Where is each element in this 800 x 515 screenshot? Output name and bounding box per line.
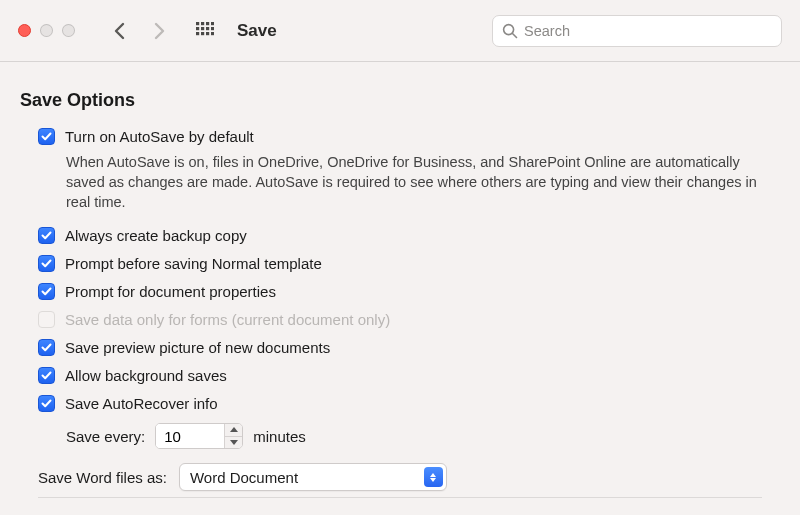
autorecover-row: Save AutoRecover info [38,394,780,413]
show-all-button[interactable] [191,17,219,45]
normal-template-label: Prompt before saving Normal template [65,254,322,273]
backup-label: Always create backup copy [65,226,247,245]
autosave-checkbox[interactable] [38,128,55,145]
autorecover-label: Save AutoRecover info [65,394,218,413]
svg-rect-2 [206,22,209,25]
save-every-label: Save every: [66,428,145,445]
save-as-value: Word Document [190,469,298,486]
autosave-label: Turn on AutoSave by default [65,127,254,146]
interval-unit: minutes [253,428,306,445]
save-as-label: Save Word files as: [38,469,167,486]
background-saves-checkbox[interactable] [38,367,55,384]
chevron-right-icon [154,22,165,40]
normal-template-row: Prompt before saving Normal template [38,254,780,273]
preview-picture-checkbox[interactable] [38,339,55,356]
doc-properties-checkbox[interactable] [38,283,55,300]
close-button[interactable] [18,24,31,37]
popup-arrows-icon [424,467,443,487]
window-controls [18,24,75,37]
stepper-down[interactable] [225,437,242,449]
backup-checkbox[interactable] [38,227,55,244]
forward-button[interactable] [145,17,173,45]
checkmark-icon [41,370,52,381]
interval-input[interactable] [156,424,224,448]
svg-rect-1 [201,22,204,25]
back-button[interactable] [105,17,133,45]
svg-rect-4 [196,27,199,30]
autorecover-checkbox[interactable] [38,395,55,412]
forms-only-label: Save data only for forms (current docume… [65,310,390,329]
checkmark-icon [41,342,52,353]
svg-rect-8 [196,32,199,35]
svg-rect-10 [206,32,209,35]
svg-rect-3 [211,22,214,25]
svg-rect-9 [201,32,204,35]
caret-up-icon [230,427,238,432]
preview-picture-row: Save preview picture of new documents [38,338,780,357]
svg-rect-5 [201,27,204,30]
content-pane: Save Options Turn on AutoSave by default… [0,62,800,515]
checkmark-icon [41,131,52,142]
checkmark-icon [41,286,52,297]
forms-only-checkbox [38,311,55,328]
stepper-up[interactable] [225,424,242,437]
checkmark-icon [41,398,52,409]
divider [38,497,762,498]
svg-rect-0 [196,22,199,25]
checkmark-icon [41,230,52,241]
doc-properties-row: Prompt for document properties [38,282,780,301]
save-as-popup[interactable]: Word Document [179,463,447,491]
forms-only-row: Save data only for forms (current docume… [38,310,780,329]
caret-down-icon [230,440,238,445]
autorecover-interval-row: Save every: minutes [66,423,780,449]
search-input[interactable] [524,23,772,39]
svg-rect-6 [206,27,209,30]
doc-properties-label: Prompt for document properties [65,282,276,301]
checkmark-icon [41,258,52,269]
svg-rect-11 [211,32,214,35]
zoom-button[interactable] [62,24,75,37]
svg-rect-7 [211,27,214,30]
toolbar: Save [0,0,800,62]
background-saves-label: Allow background saves [65,366,227,385]
preview-picture-label: Save preview picture of new documents [65,338,330,357]
background-saves-row: Allow background saves [38,366,780,385]
svg-line-13 [513,33,517,37]
backup-row: Always create backup copy [38,226,780,245]
interval-field[interactable] [155,423,243,449]
autosave-description: When AutoSave is on, files in OneDrive, … [66,152,762,212]
save-as-row: Save Word files as: Word Document [38,463,780,491]
search-icon [502,23,518,39]
minimize-button[interactable] [40,24,53,37]
section-title: Save Options [20,90,780,111]
autosave-row: Turn on AutoSave by default [38,127,780,146]
chevron-left-icon [114,22,125,40]
normal-template-checkbox[interactable] [38,255,55,272]
window-title: Save [237,21,277,41]
interval-stepper [224,424,242,448]
grid-icon [196,22,214,40]
search-field[interactable] [492,15,782,47]
